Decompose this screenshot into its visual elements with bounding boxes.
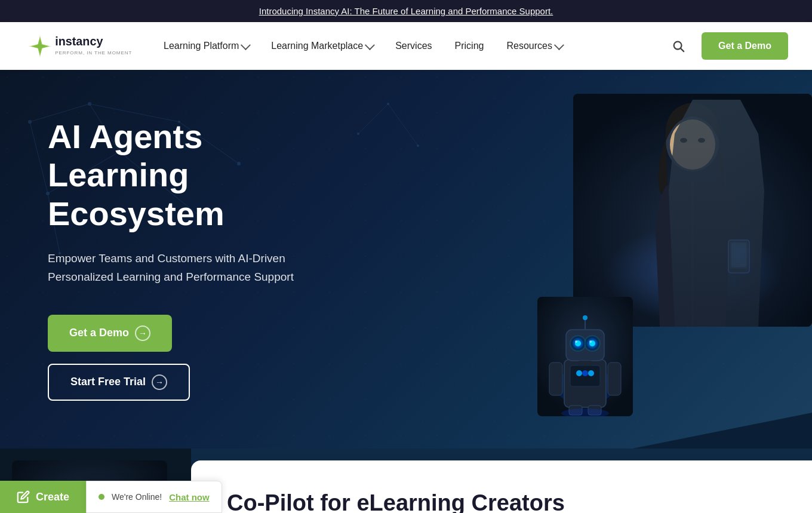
chevron-down-icon bbox=[241, 40, 251, 50]
hero-section: AI Agents Learning Ecosystem Empower Tea… bbox=[0, 70, 812, 449]
hero-title: AI Agents Learning Ecosystem bbox=[48, 118, 322, 233]
search-button[interactable] bbox=[667, 35, 690, 57]
svg-point-37 bbox=[727, 240, 751, 270]
chat-bubble: We're Online! Chat now bbox=[86, 481, 222, 513]
bottom-right-panel: Co-Pilot for eLearning Creators Harness … bbox=[191, 460, 812, 513]
chat-create-button[interactable]: Create bbox=[0, 481, 86, 513]
svg-marker-2 bbox=[28, 34, 52, 58]
get-demo-nav-button[interactable]: Get a Demo bbox=[702, 32, 788, 60]
copilot-section: Co-Pilot for eLearning Creators Harness … bbox=[227, 490, 776, 513]
svg-text:PERFORM, IN THE MOMENT: PERFORM, IN THE MOMENT bbox=[55, 50, 131, 56]
arrow-right-icon: → bbox=[152, 374, 167, 390]
arrow-right-icon: → bbox=[135, 325, 150, 341]
nav-item-pricing[interactable]: Pricing bbox=[447, 36, 493, 56]
svg-point-54 bbox=[570, 335, 586, 352]
nav-item-learning-platform[interactable]: Learning Platform bbox=[155, 36, 257, 56]
svg-rect-35 bbox=[730, 242, 748, 269]
svg-rect-34 bbox=[728, 240, 749, 273]
svg-rect-28 bbox=[573, 94, 812, 327]
hero-diagonal-decoration bbox=[633, 413, 812, 449]
nav-item-services[interactable]: Services bbox=[387, 36, 440, 56]
nav-item-resources[interactable]: Resources bbox=[498, 36, 570, 56]
svg-point-33 bbox=[698, 138, 705, 143]
svg-point-32 bbox=[680, 138, 687, 143]
hero-woman-image bbox=[573, 94, 812, 327]
hero-content: AI Agents Learning Ecosystem Empower Tea… bbox=[0, 70, 370, 449]
announcement-bar: Introducing Instancy AI: The Future of L… bbox=[0, 0, 812, 22]
nav-item-learning-marketplace[interactable]: Learning Marketplace bbox=[263, 36, 381, 56]
nav-links: Learning Platform Learning Marketplace S… bbox=[155, 36, 667, 56]
hero-buttons: Get a Demo → Start Free Trial → bbox=[48, 315, 322, 401]
hero-start-trial-button[interactable]: Start Free Trial → bbox=[48, 364, 190, 401]
logo[interactable]: instancy PERFORM, IN THE MOMENT bbox=[24, 30, 131, 63]
svg-point-42 bbox=[576, 370, 582, 376]
svg-point-44 bbox=[588, 370, 594, 376]
hero-images bbox=[537, 94, 812, 416]
navbar: instancy PERFORM, IN THE MOMENT Learning… bbox=[0, 22, 812, 70]
svg-rect-56 bbox=[578, 361, 592, 365]
svg-point-55 bbox=[584, 335, 601, 352]
svg-text:instancy: instancy bbox=[55, 34, 103, 47]
svg-rect-59 bbox=[549, 363, 562, 395]
chat-widget: Create We're Online! Chat now bbox=[0, 481, 222, 513]
search-icon bbox=[672, 39, 685, 53]
hero-robot-image bbox=[537, 297, 633, 416]
svg-point-43 bbox=[582, 370, 588, 376]
svg-point-31 bbox=[670, 119, 715, 170]
chat-now-button[interactable]: Chat now bbox=[169, 492, 210, 502]
chevron-down-icon bbox=[554, 40, 564, 50]
nav-actions: Get a Demo bbox=[667, 32, 788, 60]
online-indicator bbox=[99, 494, 104, 500]
svg-line-6 bbox=[681, 48, 684, 51]
svg-rect-36 bbox=[731, 243, 746, 267]
announcement-link[interactable]: Introducing Instancy AI: The Future of L… bbox=[259, 6, 553, 16]
svg-rect-60 bbox=[608, 363, 621, 395]
edit-icon bbox=[17, 490, 30, 503]
online-label: We're Online! bbox=[112, 492, 162, 502]
chevron-down-icon bbox=[365, 40, 375, 50]
svg-point-58 bbox=[583, 315, 588, 320]
hero-get-demo-button[interactable]: Get a Demo → bbox=[48, 315, 172, 352]
hero-subtitle: Empower Teams and Customers with AI-Driv… bbox=[48, 250, 322, 286]
copilot-title: Co-Pilot for eLearning Creators bbox=[227, 490, 776, 513]
